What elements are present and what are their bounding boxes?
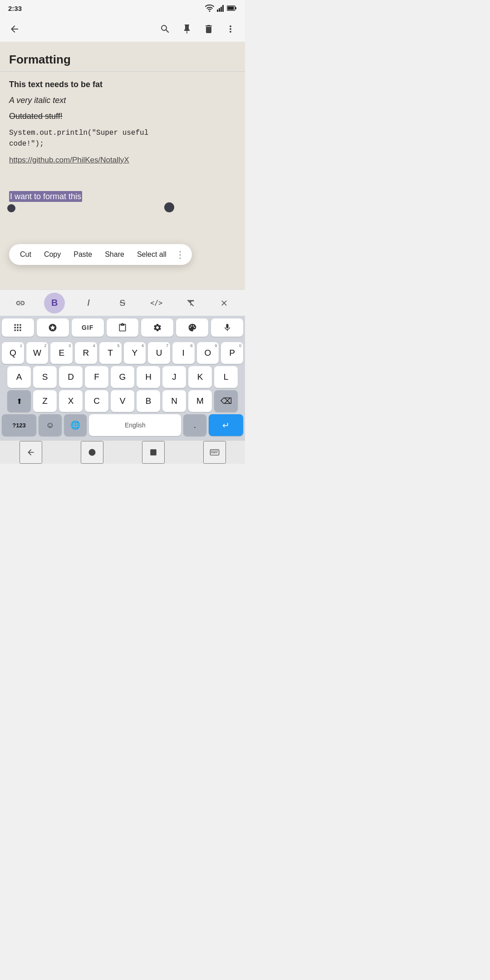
note-title[interactable]: Formatting [9, 53, 236, 67]
note-bold-text: This text needs to be fat [9, 80, 236, 89]
delete-button[interactable] [199, 19, 219, 39]
close-format-button[interactable] [214, 293, 235, 314]
svg-rect-1 [219, 8, 220, 12]
select-all-button[interactable]: Select all [131, 247, 173, 262]
key-num-sym[interactable]: ?123 [2, 414, 36, 436]
italic-format-button[interactable]: I [78, 293, 99, 314]
key-o[interactable]: O9 [197, 342, 219, 364]
key-t[interactable]: T5 [99, 342, 122, 364]
svg-rect-0 [217, 10, 218, 12]
selection-handle-right[interactable] [164, 202, 174, 212]
nav-back-button[interactable] [20, 441, 42, 464]
kb-sticker-button[interactable] [37, 318, 69, 337]
nav-home-button[interactable] [81, 441, 103, 464]
kb-theme-button[interactable] [176, 318, 208, 337]
key-emoji[interactable]: ☺ [39, 414, 62, 436]
nav-keyboard-button[interactable] [203, 441, 226, 464]
nav-bar [0, 440, 245, 464]
key-y[interactable]: Y6 [124, 342, 146, 364]
status-icons [205, 5, 237, 12]
key-k[interactable]: K [188, 366, 212, 388]
key-f[interactable]: F [85, 366, 108, 388]
cut-button[interactable]: Cut [14, 247, 38, 262]
key-z[interactable]: Z [33, 390, 57, 412]
svg-rect-20 [216, 452, 217, 453]
kb-gif-button[interactable]: GIF [72, 318, 104, 337]
keyboard-row-bottom: ?123 ☺ 🌐 English . ↵ [2, 414, 243, 436]
keyboard-row-1: Q1 W2 E3 R4 T5 Y6 U7 I8 O9 P0 [2, 342, 243, 364]
svg-rect-10 [211, 451, 212, 451]
svg-rect-2 [220, 7, 222, 12]
svg-rect-5 [235, 7, 237, 10]
nav-recents-button[interactable] [142, 441, 165, 464]
note-title-area: Formatting [0, 42, 245, 72]
more-button[interactable] [220, 19, 240, 39]
paste-button[interactable]: Paste [67, 247, 98, 262]
key-i[interactable]: I8 [172, 342, 195, 364]
key-a[interactable]: A [7, 366, 31, 388]
code-format-button[interactable]: </> [146, 293, 167, 314]
key-e[interactable]: E3 [50, 342, 73, 364]
selection-handle-left[interactable] [7, 204, 15, 212]
battery-icon [227, 5, 237, 11]
note-link-text[interactable]: https://github.com/PhilKes/NotallyX [9, 156, 236, 165]
share-button[interactable]: Share [98, 247, 131, 262]
key-w[interactable]: W2 [26, 342, 49, 364]
search-button[interactable] [155, 19, 175, 39]
key-c[interactable]: C [85, 390, 108, 412]
key-enter[interactable]: ↵ [209, 414, 243, 436]
svg-rect-8 [150, 449, 157, 456]
keyboard: Q1 W2 E3 R4 T5 Y6 U7 I8 O9 P0 A S D F G … [0, 339, 245, 440]
key-backspace[interactable]: ⌫ [214, 390, 238, 412]
bold-format-button[interactable]: B [44, 293, 65, 314]
key-dot[interactable]: . [183, 414, 206, 436]
key-u[interactable]: U7 [148, 342, 170, 364]
svg-rect-12 [213, 451, 214, 451]
svg-rect-18 [213, 452, 215, 453]
status-time: 2:33 [8, 5, 22, 12]
key-p[interactable]: P0 [221, 342, 243, 364]
key-b[interactable]: B [137, 390, 160, 412]
key-q[interactable]: Q1 [2, 342, 24, 364]
status-bar: 2:33 [0, 0, 245, 16]
keyboard-row-3: ⬆ Z X C V B N M ⌫ [2, 390, 243, 412]
note-content[interactable]: This text needs to be fat A very italic … [0, 72, 245, 289]
key-s[interactable]: S [33, 366, 57, 388]
key-x[interactable]: X [59, 390, 83, 412]
svg-rect-6 [228, 7, 234, 10]
key-space[interactable]: English [89, 414, 181, 436]
kb-clipboard-button[interactable] [107, 318, 139, 337]
key-n[interactable]: N [162, 390, 186, 412]
key-globe[interactable]: 🌐 [64, 414, 87, 436]
kb-settings-button[interactable] [141, 318, 173, 337]
top-toolbar [0, 16, 245, 42]
keyboard-row-2: A S D F G H J K L [2, 366, 243, 388]
strikethrough-format-button[interactable]: S [112, 293, 133, 314]
key-g[interactable]: G [111, 366, 134, 388]
copy-button[interactable]: Copy [38, 247, 67, 262]
note-italic-text: A very italic text [9, 96, 236, 105]
svg-rect-17 [212, 452, 213, 453]
keyboard-toolbar: GIF [0, 316, 245, 339]
signal-icon [217, 5, 224, 12]
key-m[interactable]: M [188, 390, 212, 412]
key-j[interactable]: J [162, 366, 186, 388]
key-l[interactable]: L [214, 366, 238, 388]
key-h[interactable]: H [137, 366, 160, 388]
context-menu-more-button[interactable]: ⋮ [173, 247, 187, 262]
svg-rect-19 [215, 452, 216, 453]
kb-grid-button[interactable] [2, 318, 34, 337]
key-d[interactable]: D [59, 366, 83, 388]
svg-rect-14 [216, 451, 216, 451]
selected-text: I want to format this [9, 191, 82, 202]
key-shift[interactable]: ⬆ [7, 390, 31, 412]
clear-format-button[interactable] [180, 293, 201, 314]
pin-button[interactable] [177, 19, 197, 39]
back-button[interactable] [5, 19, 24, 39]
svg-rect-13 [215, 451, 216, 451]
key-v[interactable]: V [111, 390, 134, 412]
link-format-button[interactable] [10, 293, 31, 314]
note-strikethrough-text: Outdated stuff! [9, 112, 236, 121]
kb-voice-button[interactable] [211, 318, 243, 337]
key-r[interactable]: R4 [75, 342, 97, 364]
